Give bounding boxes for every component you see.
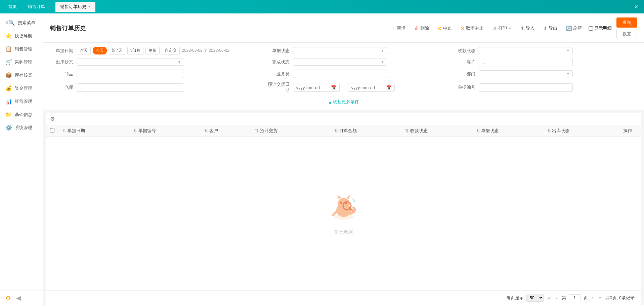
date-yesterday-btn[interactable]: 昨天 — [77, 47, 91, 54]
delivery-date-end-input[interactable] — [351, 85, 385, 90]
refresh-button[interactable]: 🔄 刷新 — [563, 24, 585, 33]
inventory-icon: 📦 — [5, 72, 12, 78]
sidebar-item-sys-label: 系统管理 — [15, 125, 32, 131]
export-button[interactable]: ⬇ 导出 — [540, 24, 561, 33]
tab-sales-order-close[interactable]: × — [47, 4, 49, 9]
add-icon: + — [392, 25, 395, 31]
outbound-status-select[interactable]: ▼ — [77, 59, 184, 66]
cancel-stop-label: 取消中止 — [466, 25, 483, 31]
print-button[interactable]: 🖨 打印 ▼ — [489, 24, 515, 33]
col-doc-status[interactable]: ⇅ 单据状态 — [472, 125, 543, 137]
sys-mgmt-icon: ⚙️ — [5, 124, 12, 131]
collapse-row: ▲ 收起更多条件 — [50, 97, 637, 106]
page-label-after: 页 — [584, 295, 588, 301]
salesperson-label: 业务员 — [266, 71, 293, 77]
table-toolbar: ⚙ — [46, 113, 641, 125]
col-amount-label: 订单金额 — [339, 128, 357, 133]
doc-number-label: 单据编号 — [452, 84, 479, 90]
tab-history-close[interactable]: × — [88, 4, 91, 9]
sidebar-item-inventory[interactable]: 📦 库存核算 — [0, 69, 43, 82]
sidebar-item-base-info[interactable]: 📁 基础信息 — [0, 108, 43, 121]
col-out-label: 出库状态 — [552, 128, 569, 133]
empty-state: 暂无数据 — [46, 137, 641, 290]
payment-status-select[interactable]: ▼ — [479, 47, 573, 54]
set-button[interactable]: 设置 — [616, 29, 637, 39]
per-page-select[interactable]: 50 100 200 — [526, 294, 544, 302]
col-payment-status[interactable]: ⇅ 收款状态 — [401, 125, 472, 137]
window-close-button[interactable]: × — [632, 3, 641, 10]
prev-page-button[interactable]: ‹ — [555, 295, 559, 301]
filter-row-1: 单据日期 昨天 今天 近7天 近1月 更多 自定义 2023-06-02 至 2… — [50, 47, 637, 54]
tab-sales-order[interactable]: 销售订单 × — [23, 2, 54, 12]
date-today-btn[interactable]: 今天 — [93, 47, 107, 54]
date-separator: — — [342, 85, 346, 90]
table-settings-icon[interactable]: ⚙ — [50, 116, 55, 122]
table-header-row: ⇅ 单据日期 ⇅ 单据编号 ⇅ 客户 ⇅ 预计交 — [46, 125, 641, 137]
sidebar-item-sales-mgmt[interactable]: 📋 销售管理 — [0, 42, 43, 55]
col-customer-label: 客户 — [209, 128, 218, 133]
svg-point-7 — [340, 201, 342, 204]
collapse-btn[interactable]: ▲ 收起更多条件 — [328, 99, 359, 105]
display-detail-checkbox[interactable] — [589, 26, 593, 31]
goods-input[interactable] — [80, 71, 181, 76]
col-delivery-date[interactable]: ⇅ 预计交货... — [251, 125, 330, 137]
add-button[interactable]: + 新增 — [389, 24, 409, 33]
customer-input-wrap — [479, 58, 573, 66]
date-range-display: 2023-06-02 至 2023-06-02 — [182, 48, 229, 53]
page-number-input[interactable] — [569, 294, 581, 301]
col-date[interactable]: ⇅ 单据日期 — [58, 125, 129, 137]
empty-illustration — [327, 192, 360, 225]
col-amount[interactable]: ⇅ 订单金额 — [330, 125, 401, 137]
tab-sales-order-label: 销售订单 — [28, 4, 45, 10]
sidebar-item-purchase-mgmt[interactable]: 🛒 采购管理 — [0, 55, 43, 69]
content-area: 销售订单历史 + 新增 🗑 删除 ⊘ 中止 ⊙ 取消中止 — [43, 13, 644, 305]
warehouse-input-wrap — [77, 83, 184, 92]
customer-input[interactable] — [482, 60, 570, 65]
sidebar-item-sys-mgmt[interactable]: ⚙️ 系统管理 — [0, 121, 43, 134]
tab-home-label: 首页 — [8, 4, 17, 10]
col-out-status[interactable]: ⇅ 出库状态 — [543, 125, 614, 137]
delivery-date-start-input[interactable] — [296, 85, 330, 90]
filter-area: 单据日期 昨天 今天 近7天 近1月 更多 自定义 2023-06-02 至 2… — [43, 43, 644, 110]
salesperson-input[interactable] — [296, 71, 384, 76]
warehouse-input[interactable] — [80, 85, 181, 90]
per-page-label: 每页显示 — [506, 295, 524, 301]
date-7days-btn[interactable]: 近7天 — [109, 47, 125, 54]
sidebar-item-finance[interactable]: 💰 资金管理 — [0, 82, 43, 95]
import-button[interactable]: ⬆ 导入 — [517, 24, 538, 33]
first-page-button[interactable]: « — [547, 295, 552, 301]
col-customer[interactable]: ⇅ 客户 — [200, 125, 251, 137]
col-doc-sort-icon: ⇅ — [476, 128, 480, 133]
last-page-button[interactable]: » — [598, 295, 603, 301]
tab-sales-order-history[interactable]: 销售订单历史 × — [55, 2, 95, 12]
warehouse-label: 仓库 — [50, 84, 77, 90]
cancel-stop-button[interactable]: ⊙ 取消中止 — [457, 24, 487, 33]
complete-status-select[interactable]: ▼ — [293, 59, 387, 66]
date-1month-btn[interactable]: 近1月 — [127, 47, 144, 54]
next-page-button[interactable]: › — [591, 295, 595, 301]
sidebar-item-inventory-label: 库存核算 — [15, 72, 32, 78]
delete-button[interactable]: 🗑 删除 — [411, 24, 432, 33]
date-custom-btn[interactable]: 自定义 — [162, 47, 180, 54]
sidebar-item-operations[interactable]: 📊 经营管理 — [0, 95, 43, 108]
sidebar-settings-icon[interactable]: ⚙ — [5, 294, 11, 302]
sidebar-item-quick-nav[interactable]: ⭐ 快捷导航 — [0, 29, 43, 42]
goods-input-wrap — [77, 70, 184, 78]
date-filter-label: 单据日期 — [50, 48, 77, 54]
col-number[interactable]: ⇅ 单据编号 — [129, 125, 200, 137]
date-more-btn[interactable]: 更多 — [145, 47, 160, 54]
customer-label: 客户 — [452, 59, 479, 65]
query-button[interactable]: 查询 — [616, 17, 637, 28]
stop-button[interactable]: ⊘ 中止 — [434, 24, 455, 33]
select-all-checkbox[interactable] — [50, 128, 54, 132]
payment-status-arrow-icon: ▼ — [566, 49, 570, 52]
sidebar-bottom: ⚙ ◀ — [0, 291, 43, 305]
sales-mgmt-icon: 📋 — [5, 46, 12, 52]
dept-select[interactable]: ▼ — [479, 70, 573, 77]
tab-home[interactable]: 首页 — [3, 2, 22, 12]
outbound-status-arrow-icon: ▼ — [178, 60, 181, 64]
sidebar-item-search-menu[interactable]: ≡🔍 搜索菜单 — [0, 16, 43, 29]
doc-status-select[interactable]: ▼ — [293, 47, 387, 54]
sidebar-collapse-icon[interactable]: ◀ — [16, 294, 21, 302]
doc-number-input[interactable] — [482, 85, 570, 90]
